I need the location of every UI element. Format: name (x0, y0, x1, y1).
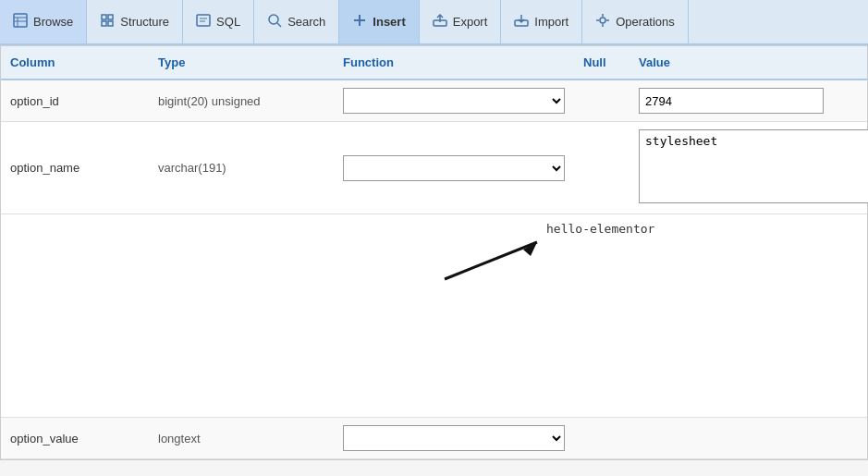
fn-cell-option-name[interactable] (334, 148, 574, 189)
search-icon (267, 13, 282, 31)
header-value: Value (630, 52, 867, 73)
insert-table: Column Type Function Null Value option_i… (0, 45, 868, 460)
header-type: Type (149, 52, 334, 73)
nav-export[interactable]: Export (420, 0, 502, 43)
annotation-text: hello-elementor (546, 222, 654, 236)
table-row: option_value longtext (1, 418, 867, 459)
export-icon (433, 13, 447, 31)
svg-rect-5 (108, 15, 113, 19)
arrow-icon (435, 233, 556, 288)
col-option-id: option_id (1, 87, 149, 116)
svg-rect-8 (197, 15, 210, 26)
nav-insert[interactable]: Insert (339, 0, 419, 43)
nav-structure[interactable]: Structure (87, 0, 183, 43)
nav-export-label: Export (453, 15, 488, 29)
value-textarea-option-name[interactable]: stylesheet (639, 129, 868, 203)
structure-icon (100, 13, 115, 31)
svg-rect-7 (108, 21, 113, 26)
function-select-option-value[interactable] (343, 425, 565, 451)
svg-point-19 (600, 18, 605, 23)
type-option-name: varchar(191) (149, 153, 334, 182)
fn-cell-option-value[interactable] (334, 418, 574, 458)
sql-icon (196, 13, 211, 31)
import-icon (514, 13, 529, 31)
svg-rect-0 (14, 14, 27, 27)
nav-browse-label: Browse (33, 15, 73, 29)
annotation-area: hello-elementor (1, 214, 867, 418)
operations-icon (595, 13, 610, 31)
nav-import[interactable]: Import (501, 0, 582, 43)
value-cell-option-id[interactable] (630, 80, 867, 121)
value-input-option-id[interactable] (639, 88, 824, 114)
table-row: option_id bigint(20) unsigned (1, 80, 867, 122)
value-cell-option-value (630, 431, 867, 445)
null-cell-option-id (574, 93, 630, 108)
nav-browse[interactable]: Browse (0, 0, 87, 43)
type-option-id: bigint(20) unsigned (149, 87, 334, 116)
browse-icon (13, 13, 28, 31)
nav-search-label: Search (287, 15, 325, 29)
fn-cell-option-id[interactable] (334, 80, 574, 121)
nav-insert-label: Insert (373, 15, 405, 29)
header-function: Function (334, 52, 574, 73)
nav-sql[interactable]: SQL (183, 0, 254, 43)
nav-operations[interactable]: Operations (582, 0, 689, 43)
svg-rect-4 (102, 15, 106, 19)
nav-search[interactable]: Search (254, 0, 339, 43)
table-row: option_name varchar(191) stylesheet (1, 122, 867, 214)
null-cell-option-name (574, 161, 630, 176)
top-navbar: Browse Structure SQL Search Insert Expor… (0, 0, 868, 45)
svg-line-12 (277, 23, 281, 27)
col-option-value: option_value (1, 424, 149, 453)
function-select-option-name[interactable] (343, 155, 565, 181)
nav-structure-label: Structure (120, 15, 169, 29)
svg-line-24 (445, 242, 537, 279)
col-option-name: option_name (1, 153, 149, 182)
header-null: Null (574, 52, 630, 73)
header-column: Column (1, 52, 149, 73)
type-option-value: longtext (149, 424, 334, 453)
function-select-option-id[interactable] (343, 88, 565, 114)
value-cell-option-name[interactable]: stylesheet (630, 122, 868, 214)
null-cell-option-value (574, 431, 630, 445)
nav-import-label: Import (534, 15, 568, 29)
nav-operations-label: Operations (616, 15, 675, 29)
nav-sql-label: SQL (216, 15, 240, 29)
svg-point-11 (269, 15, 278, 24)
insert-icon (352, 13, 367, 31)
table-headers: Column Type Function Null Value (1, 46, 867, 80)
svg-rect-6 (102, 21, 106, 26)
